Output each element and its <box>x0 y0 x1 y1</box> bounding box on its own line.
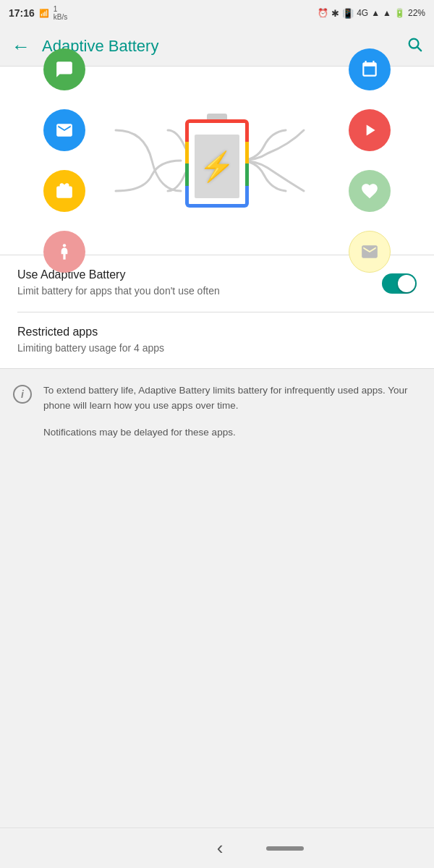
battery-illustration: ⚡ <box>179 114 255 208</box>
battery-inner: ⚡ <box>195 135 239 198</box>
restricted-apps-item[interactable]: Restricted apps Limiting battery usage f… <box>0 312 434 369</box>
right-icon-mail2 <box>349 231 391 273</box>
adaptive-battery-text: Use Adaptive Battery Limit battery for a… <box>17 268 370 299</box>
left-icon-chat <box>43 48 85 90</box>
signal2-icon: ▲ <box>383 8 391 18</box>
status-bar: 17:16 📶 1kB/s ⏰ ✱ 📳 4G ▲ ▲ 🔋 22% <box>0 0 434 26</box>
toggle-knob <box>398 275 415 292</box>
left-icon-work <box>43 170 85 212</box>
hero-illustration: ⚡ <box>0 67 434 255</box>
nav-back-button[interactable]: ‹ <box>217 837 224 859</box>
left-icons <box>43 48 85 273</box>
adaptive-battery-toggle[interactable] <box>382 273 417 294</box>
nav-home-pill[interactable] <box>266 846 304 851</box>
left-icon-mail <box>43 109 85 151</box>
right-icon-health <box>349 170 391 212</box>
signal-icon: ▲ <box>371 8 380 18</box>
restricted-apps-title: Restricted apps <box>17 326 417 339</box>
right-icon-calendar <box>349 48 391 90</box>
restricted-apps-subtitle: Limiting battery usage for 4 apps <box>17 341 417 356</box>
info-paragraph-1: To extend battery life, Adaptive Battery… <box>43 383 422 414</box>
restricted-apps-text: Restricted apps Limiting battery usage f… <box>17 326 417 356</box>
info-icon: i <box>13 385 32 404</box>
battery-body: ⚡ <box>185 119 249 208</box>
info-section: i To extend battery life, Adaptive Batte… <box>0 369 434 455</box>
adaptive-battery-subtitle: Limit battery for apps that you don't us… <box>17 284 370 299</box>
data-speed: 1kB/s <box>54 5 67 21</box>
info-paragraph-2: Notifications may be delayed for these a… <box>43 425 422 441</box>
nav-bar: ‹ <box>0 827 434 868</box>
network-label: 4G <box>357 8 368 18</box>
left-icon-fitness <box>43 231 85 273</box>
info-text: To extend battery life, Adaptive Battery… <box>43 383 422 441</box>
status-time: 17:16 <box>9 7 35 19</box>
vibrate-icon: 📳 <box>342 8 354 19</box>
status-right: ⏰ ✱ 📳 4G ▲ ▲ 🔋 22% <box>318 8 425 19</box>
battery-icon: 🔋 <box>394 8 405 18</box>
battery-bolt-icon: ⚡ <box>199 150 235 184</box>
back-button[interactable]: ← <box>12 37 30 56</box>
search-button[interactable] <box>407 36 422 56</box>
svg-line-1 <box>417 47 421 51</box>
sim-icon: 📶 <box>39 9 49 18</box>
alarm-icon: ⏰ <box>318 8 328 18</box>
status-left: 17:16 📶 1kB/s <box>9 5 67 21</box>
bluetooth-icon: ✱ <box>331 8 339 19</box>
right-icons <box>349 48 391 273</box>
svg-point-2 <box>63 244 66 247</box>
battery-pct: 22% <box>408 8 425 18</box>
right-icon-video <box>349 109 391 151</box>
